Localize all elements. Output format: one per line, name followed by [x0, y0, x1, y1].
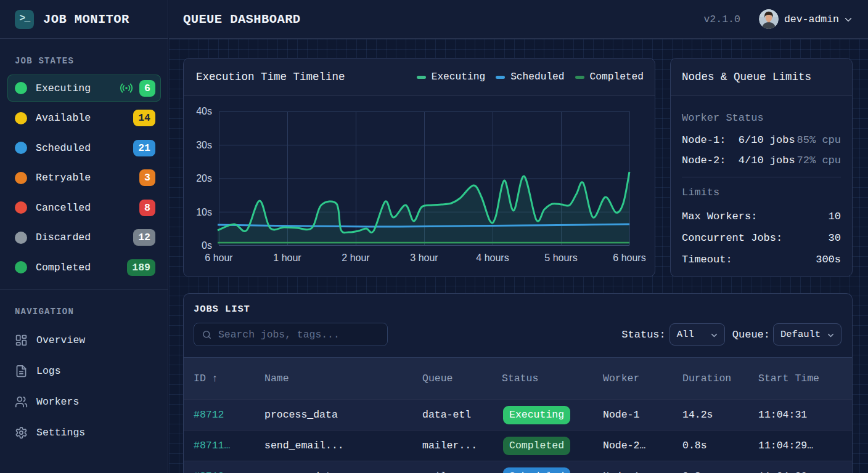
svg-text:5 hours: 5 hours	[544, 253, 577, 263]
svg-text:40s: 40s	[196, 106, 212, 116]
svg-text:0s: 0s	[202, 240, 212, 251]
svg-text:10s: 10s	[196, 207, 212, 217]
svg-text:2 hour: 2 hour	[342, 253, 370, 263]
svg-text:6 hours: 6 hours	[613, 253, 645, 263]
svg-text:20s: 20s	[196, 173, 212, 184]
svg-text:4 hours: 4 hours	[476, 253, 509, 263]
svg-text:6 hour: 6 hour	[205, 253, 233, 263]
svg-text:30s: 30s	[196, 140, 212, 150]
svg-text:1 hour: 1 hour	[273, 253, 301, 263]
svg-text:3 hour: 3 hour	[410, 253, 438, 263]
